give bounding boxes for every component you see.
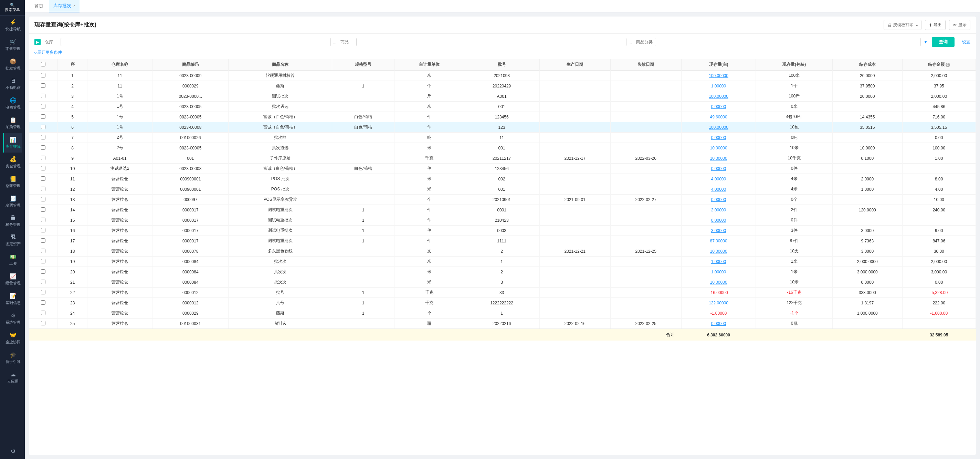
table-row: 8 2号 0023-00005 批次遴选 米 001 10.00000 10米 … <box>29 143 976 153</box>
tab-inventory-batch[interactable]: 库存批次 × <box>49 0 80 13</box>
row-select-5[interactable] <box>41 125 45 129</box>
row-qty-main[interactable]: 10.00000 <box>681 277 756 287</box>
row-select-16[interactable] <box>41 238 45 243</box>
toggle-btn[interactable]: 👁 显示 <box>949 20 970 30</box>
sidebar-search[interactable]: 🔍 搜索菜单 <box>0 0 25 16</box>
sidebar-item-label: 总账管理 <box>5 183 21 188</box>
category-dropdown-icon[interactable]: ▼ <box>924 40 928 45</box>
product-input[interactable] <box>356 38 627 46</box>
row-qty-main[interactable]: 1.00000 <box>681 81 756 91</box>
sidebar-item-collab[interactable]: 🤝 企业协同 <box>3 328 22 348</box>
row-select-12[interactable] <box>41 197 45 201</box>
row-seq: 17 <box>58 236 88 246</box>
tab-close-btn[interactable]: × <box>73 0 75 12</box>
row-select-10[interactable] <box>41 176 45 181</box>
info-icon[interactable]: ① <box>946 63 950 67</box>
row-qty-main[interactable]: 0.00000 <box>681 194 756 205</box>
row-select-23[interactable] <box>41 311 45 315</box>
row-qty-main[interactable]: 87.00000 <box>681 236 756 246</box>
row-qty-main[interactable]: 100.00000 <box>681 91 756 102</box>
sidebar-item-mgmt[interactable]: 📈 经营管理 <box>3 269 22 289</box>
expand-btn[interactable]: 展开更多条件 <box>34 49 62 56</box>
print-btn[interactable]: 🖨 按模板打印 <box>884 20 921 30</box>
sidebar-item-newbie[interactable]: 🎓 新手引导 <box>3 348 22 368</box>
row-unit: 个 <box>394 308 464 319</box>
warehouse-input[interactable] <box>60 38 331 46</box>
sidebar-item-hr[interactable]: 💵 工资 <box>3 250 22 269</box>
sidebar-item-sys[interactable]: ⚙ 系统管理 <box>3 309 22 328</box>
row-select-19[interactable] <box>41 269 45 274</box>
sidebar-item-micro-shop[interactable]: 🖥 小脑电商 <box>3 74 22 94</box>
row-select-9[interactable] <box>41 166 45 171</box>
row-qty-main[interactable]: 10.00000 <box>681 153 756 164</box>
row-qty-main[interactable]: 0.00000 <box>681 319 756 329</box>
sidebar-item-purchase[interactable]: 📋 采购管理 <box>3 113 22 133</box>
row-select-0[interactable] <box>41 73 45 78</box>
row-qty-main[interactable]: 1.00000 <box>681 257 756 267</box>
row-select-4[interactable] <box>41 114 45 119</box>
row-qty-main[interactable]: 0.00000 <box>681 132 756 143</box>
sidebar-item-tax[interactable]: 🏛 税务管理 <box>3 212 22 231</box>
row-warehouse: 营营粒仓 <box>88 319 153 329</box>
tab-home[interactable]: 首页 <box>29 0 49 13</box>
sidebar-item-wholesale[interactable]: 📦 批发管理 <box>3 55 22 74</box>
row-select-14[interactable] <box>41 218 45 222</box>
row-qty-main[interactable]: 49.60000 <box>681 112 756 122</box>
row-qty-main[interactable]: 4.00000 <box>681 174 756 184</box>
sidebar-item-basic[interactable]: 📝 基础信息 <box>3 289 22 309</box>
row-qty-main[interactable]: -1.00000 <box>681 308 756 319</box>
sidebar-item-inventory[interactable]: 📊 库存核算 <box>3 133 22 153</box>
search-toggle-btn[interactable]: ▶ <box>34 39 41 45</box>
row-qty-main[interactable]: 100.00000 <box>681 70 756 81</box>
sidebar-item-settings[interactable]: ⚙ <box>0 445 25 459</box>
row-qty-main[interactable]: 10.00000 <box>681 246 756 257</box>
category-input[interactable] <box>655 38 921 46</box>
row-qty-main[interactable]: -16.00000 <box>681 287 756 298</box>
row-qty-main[interactable]: 2.00000 <box>681 205 756 215</box>
row-warehouse: 1号 <box>88 122 153 132</box>
row-total-cost: 30.00 <box>902 246 975 257</box>
settings-link[interactable]: 设置 <box>962 39 970 45</box>
row-select-15[interactable] <box>41 228 45 233</box>
sidebar-item-invoice[interactable]: 🧾 发票管理 <box>3 192 22 212</box>
sidebar-item-retail[interactable]: 🛒 零售管理 <box>3 35 22 55</box>
row-qty-main[interactable]: 122.00000 <box>681 298 756 308</box>
row-select-22[interactable] <box>41 300 45 305</box>
row-select-17[interactable] <box>41 249 45 253</box>
search-btn[interactable]: 查询 <box>932 37 955 47</box>
row-total-cost: 1.00 <box>902 153 975 164</box>
row-select-8[interactable] <box>41 156 45 160</box>
row-qty-main[interactable]: 0.00000 <box>681 164 756 174</box>
sidebar-item-general[interactable]: 📒 总账管理 <box>3 172 22 192</box>
row-qty-main[interactable]: 10.00000 <box>681 143 756 153</box>
export-btn[interactable]: ⬆ 导出 <box>925 20 946 30</box>
row-qty-main[interactable]: 4.00000 <box>681 184 756 194</box>
row-qty-main[interactable]: 100.00000 <box>681 122 756 132</box>
row-select-3[interactable] <box>41 104 45 108</box>
sidebar-item-ecom[interactable]: 🌐 电商管理 <box>3 94 22 113</box>
row-prod-date <box>539 122 610 132</box>
row-qty-main[interactable]: 1.00000 <box>681 267 756 277</box>
select-all-checkbox[interactable] <box>41 62 45 67</box>
row-select-11[interactable] <box>41 186 45 191</box>
row-unit: 米 <box>394 184 464 194</box>
row-select-1[interactable] <box>41 83 45 88</box>
row-warehouse: 营营粒仓 <box>88 246 153 257</box>
row-product-code: 0000029 <box>153 81 229 91</box>
row-qty-main[interactable]: 0.00000 <box>681 102 756 112</box>
row-select-2[interactable] <box>41 94 45 98</box>
row-qty-main[interactable]: 0.00000 <box>681 215 756 226</box>
row-select-20[interactable] <box>41 280 45 284</box>
sidebar-item-assets[interactable]: 💰 资金管理 <box>3 153 22 172</box>
printer-icon: 🖨 <box>888 23 891 27</box>
row-select-24[interactable] <box>41 321 45 325</box>
row-qty-main[interactable]: 3.00000 <box>681 226 756 236</box>
sidebar-item-quick-nav[interactable]: ⚡ 快捷导航 <box>3 16 22 35</box>
sidebar-item-cloud[interactable]: ☁ 云应用 <box>3 368 22 387</box>
row-select-6[interactable] <box>41 135 45 139</box>
row-select-7[interactable] <box>41 145 45 150</box>
row-select-21[interactable] <box>41 290 45 295</box>
sidebar-item-fixed-assets[interactable]: 🏗 固定资产 <box>3 231 22 250</box>
row-select-18[interactable] <box>41 259 45 263</box>
row-select-13[interactable] <box>41 207 45 212</box>
